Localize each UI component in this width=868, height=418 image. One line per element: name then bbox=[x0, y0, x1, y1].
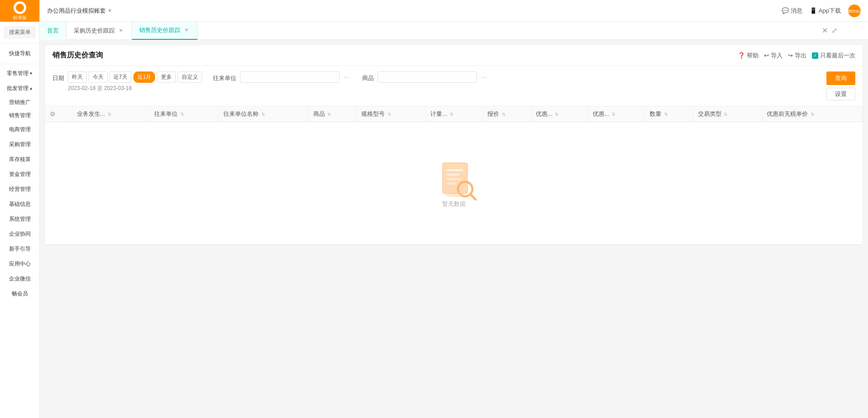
product-filter-group: 商品 ··· bbox=[362, 71, 488, 83]
col-product[interactable]: 商品 ⇅ bbox=[308, 106, 357, 122]
sidebar-item-enterprise-wechat[interactable]: 企业微信 bbox=[0, 271, 39, 286]
settings-button[interactable]: 设置 bbox=[826, 88, 855, 100]
col-spec[interactable]: 规格型号 ⇅ bbox=[357, 106, 426, 122]
sidebar-item-retail-mgmt[interactable]: 零售管理 bbox=[0, 66, 39, 81]
col-unit-label: 计量... bbox=[430, 110, 447, 117]
sort-icon-quantity: ⇅ bbox=[664, 112, 668, 117]
data-table: ⚙ 业务发生... ⇅ 往来单位 ⇅ 往来单位名称 bbox=[45, 106, 863, 122]
table-settings-icon[interactable]: ⚙ bbox=[50, 110, 56, 118]
col-quantity[interactable]: 数量 ⇅ bbox=[645, 106, 693, 122]
date-btn-1month[interactable]: 近1月 bbox=[133, 71, 156, 83]
workspace-name: 办公用品行业模拟账套 bbox=[47, 7, 106, 15]
col-discount1[interactable]: 优惠... ⇅ bbox=[531, 106, 588, 122]
col-partner-code-label: 往来单位 bbox=[154, 110, 178, 117]
product-filter-label: 商品 bbox=[362, 71, 374, 82]
col-business-date[interactable]: 业务发生... ⇅ bbox=[72, 106, 150, 122]
import-button[interactable]: ↩ 导入 bbox=[764, 52, 783, 60]
partner-input[interactable] bbox=[240, 71, 340, 83]
sidebar-item-quick-nav[interactable]: 快捷导航 bbox=[0, 46, 39, 61]
view-last-checkbox-label[interactable]: 只看最后一次 bbox=[812, 52, 855, 60]
export-icon: ↪ bbox=[788, 52, 793, 59]
product-select-icon[interactable]: ··· bbox=[479, 73, 488, 81]
date-btn-more[interactable]: 更多 bbox=[157, 71, 176, 83]
col-quoted-price[interactable]: 报价 ⇅ bbox=[483, 106, 531, 122]
page-card: 销售历史价查询 ❓ 帮助 ↩ 导入 ↪ 导出 bbox=[45, 45, 863, 244]
topbar-left: 办公用品行业模拟账套 ▼ bbox=[47, 7, 112, 15]
empty-image bbox=[436, 158, 472, 195]
topbar: 办公用品行业模拟账套 ▼ 💬 消息 📱 App下载 demo2 bbox=[40, 0, 868, 22]
logo[interactable]: 标准版 bbox=[0, 0, 39, 22]
tab-purchase-history[interactable]: 采购历史价跟踪 ✕ bbox=[66, 22, 132, 40]
table-container: ⚙ 业务发生... ⇅ 往来单位 ⇅ 往来单位名称 bbox=[45, 106, 863, 122]
tab-home[interactable]: 首页 bbox=[40, 22, 66, 40]
col-trade-type[interactable]: 交易类型 ⇅ bbox=[693, 106, 762, 122]
close-window-button[interactable]: ✕ bbox=[822, 26, 828, 35]
sidebar-item-business-mgmt[interactable]: 经营管理 bbox=[0, 182, 39, 197]
col-partner-name[interactable]: 往来单位名称 ⇅ bbox=[219, 106, 309, 122]
col-partner-code[interactable]: 往来单位 ⇅ bbox=[150, 106, 219, 122]
help-label: 帮助 bbox=[747, 52, 759, 60]
sort-icon-pre-tax-price: ⇅ bbox=[811, 112, 814, 117]
sidebar-item-inventory-check[interactable]: 库存核算 bbox=[0, 152, 39, 167]
chat-button[interactable]: 💬 消息 bbox=[782, 7, 802, 15]
col-unit[interactable]: 计量... ⇅ bbox=[426, 106, 483, 122]
sidebar-sections: 零售管理 批发管理 营销推广 销售管理 电商管理 采购管理 库存核算 资金管理 … bbox=[0, 64, 39, 303]
svg-line-7 bbox=[470, 194, 476, 200]
sidebar-item-enterprise-collab[interactable]: 企业协同 bbox=[0, 227, 39, 242]
filter-bar: 日期 昨天 今天 近7天 近1月 更多 自定义 2023-02-18 至 202… bbox=[45, 66, 863, 106]
workspace-arrow-icon: ▼ bbox=[108, 8, 112, 13]
sidebar-item-newbie-guide[interactable]: 新手引导 bbox=[0, 242, 39, 256]
filter-actions: 查询 设置 bbox=[826, 71, 855, 100]
import-icon: ↩ bbox=[764, 52, 769, 59]
sidebar-item-basic-info[interactable]: 基础信息 bbox=[0, 197, 39, 212]
sort-icon-trade-type: ⇅ bbox=[724, 112, 727, 117]
header-actions: ❓ 帮助 ↩ 导入 ↪ 导出 只看最后一次 bbox=[738, 52, 855, 60]
page-content: 销售历史价查询 ❓ 帮助 ↩ 导入 ↪ 导出 bbox=[40, 40, 868, 418]
col-pre-tax-price-label: 优惠前无税单价 bbox=[767, 110, 808, 117]
col-discount1-label: 优惠... bbox=[536, 110, 552, 117]
tabbar: 首页 采购历史价跟踪 ✕ 销售历史价跟踪 ✕ ✕ ⤢ bbox=[40, 22, 868, 40]
partner-filter-group: 往来单位 ··· bbox=[213, 71, 351, 83]
expand-window-button[interactable]: ⤢ bbox=[831, 26, 837, 35]
tab-sales-history-close[interactable]: ✕ bbox=[183, 27, 190, 33]
col-partner-name-label: 往来单位名称 bbox=[223, 110, 259, 117]
logo-text: 标准版 bbox=[13, 14, 27, 21]
col-discount2[interactable]: 优惠... ⇅ bbox=[588, 106, 645, 122]
tabbar-actions: ✕ ⤢ bbox=[822, 26, 841, 35]
product-input[interactable] bbox=[377, 71, 477, 83]
avatar[interactable]: demo2 bbox=[848, 5, 861, 17]
date-buttons: 昨天 今天 近7天 近1月 更多 自定义 2023-02-18 至 2023-0… bbox=[68, 71, 202, 92]
app-download-button[interactable]: 📱 App下载 bbox=[810, 7, 841, 15]
search-menu-button[interactable]: 搜索菜单 bbox=[4, 26, 36, 38]
view-last-checkbox[interactable] bbox=[812, 52, 818, 59]
product-input-group: ··· bbox=[377, 71, 488, 83]
svg-rect-3 bbox=[447, 174, 459, 176]
workspace-selector[interactable]: 办公用品行业模拟账套 ▼ bbox=[47, 7, 112, 15]
sidebar-item-sales-mgmt[interactable]: 销售管理 bbox=[0, 109, 39, 122]
sidebar-item-app-center[interactable]: 应用中心 bbox=[0, 256, 39, 271]
sidebar-item-ecommerce-mgmt[interactable]: 电商管理 bbox=[0, 122, 39, 137]
sidebar-item-finance-mgmt[interactable]: 资金管理 bbox=[0, 167, 39, 182]
date-btn-today[interactable]: 今天 bbox=[89, 71, 108, 83]
sidebar-item-system-mgmt[interactable]: 系统管理 bbox=[0, 212, 39, 227]
tab-sales-history[interactable]: 销售历史价跟踪 ✕ bbox=[132, 22, 198, 40]
sidebar-item-member-club[interactable]: 畅会员 bbox=[0, 286, 39, 301]
col-pre-tax-price[interactable]: 优惠前无税单价 ⇅ bbox=[762, 106, 863, 122]
sort-icon-discount1: ⇅ bbox=[555, 112, 558, 117]
date-btn-yesterday[interactable]: 昨天 bbox=[68, 71, 87, 83]
sidebar-item-marketing[interactable]: 营销推广 bbox=[0, 96, 39, 109]
sidebar-item-wholesale-mgmt[interactable]: 批发管理 bbox=[0, 81, 39, 96]
sort-icon-discount2: ⇅ bbox=[612, 112, 615, 117]
help-button[interactable]: ❓ 帮助 bbox=[738, 52, 759, 60]
tab-purchase-history-close[interactable]: ✕ bbox=[118, 27, 124, 34]
page-title: 销售历史价查询 bbox=[52, 51, 103, 60]
import-label: 导入 bbox=[771, 52, 783, 60]
export-button[interactable]: ↪ 导出 bbox=[788, 52, 807, 60]
export-label: 导出 bbox=[795, 52, 807, 60]
sidebar-item-purchase-mgmt[interactable]: 采购管理 bbox=[0, 137, 39, 152]
partner-select-icon[interactable]: ··· bbox=[341, 73, 351, 81]
date-btn-custom[interactable]: 自定义 bbox=[178, 71, 202, 83]
date-btn-7days[interactable]: 近7天 bbox=[109, 71, 132, 83]
col-product-label: 商品 bbox=[313, 110, 325, 117]
query-button[interactable]: 查询 bbox=[826, 71, 855, 85]
